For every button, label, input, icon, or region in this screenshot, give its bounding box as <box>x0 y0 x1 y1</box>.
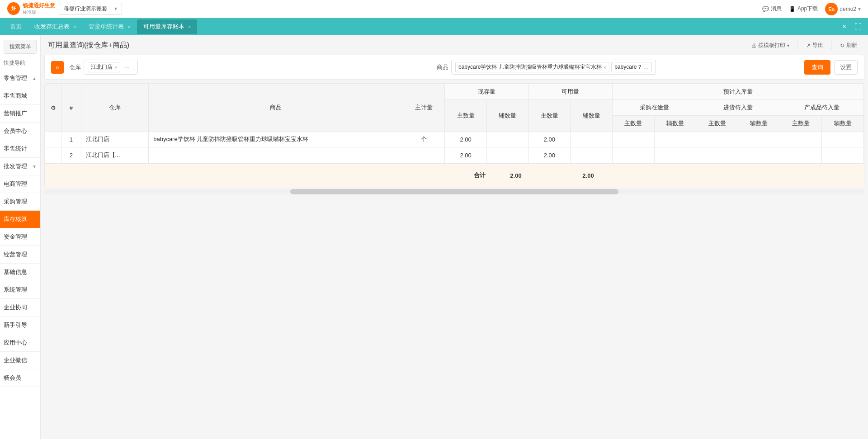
search-menu-button[interactable]: 搜索菜单 <box>4 40 37 54</box>
sidebar-item-marketing[interactable]: 营销推广 <box>0 105 40 123</box>
cell-warehouse: 江北门店【... <box>81 147 149 163</box>
sidebar-item-finance-mgmt[interactable]: 资金管理 <box>0 228 40 246</box>
tab-goods-stats-close[interactable]: × <box>127 24 130 29</box>
user-chevron-icon: ▾ <box>858 6 861 12</box>
sidebar-item-basic-info[interactable]: 基础信息 <box>0 264 40 281</box>
cell-warehouse: 江北门店 <box>81 132 149 147</box>
warehouse-dots[interactable]: ··· <box>122 64 131 71</box>
tab-home[interactable]: 首页 <box>4 19 28 34</box>
refresh-button[interactable]: ↻ 刷新 <box>836 40 861 51</box>
th-current-main-qty: 主数量 <box>445 100 487 132</box>
cell-seq: 2 <box>61 147 81 163</box>
cell-main-unit: 个 <box>403 132 445 147</box>
sidebar-item-stock-check[interactable]: 库存核算 <box>0 211 40 228</box>
tab-available-stock-close[interactable]: × <box>188 24 191 29</box>
cell-available-aux-qty <box>571 147 613 163</box>
nav-tabs: 首页 收发存汇总表 × 要货单统计表 × 可用量库存账本 × × ⛶ <box>0 18 868 35</box>
app-download-button[interactable]: 📱 App下载 <box>789 5 818 13</box>
filter-bar: » 仓库 江北门店 × ··· 商品 babycare学饮杯 儿童防摔防撞吸管杯… <box>44 55 864 80</box>
print-chevron-icon: ▾ <box>787 43 789 48</box>
export-button[interactable]: ↗ 导出 <box>802 40 827 51</box>
sidebar-item-enterprise-wechat[interactable]: 企业微信 <box>0 352 40 369</box>
th-settings[interactable]: ⚙ <box>45 84 61 132</box>
industry-label: 母婴行业演示账套 <box>64 5 107 13</box>
sidebar-item-operation-mgmt[interactable]: 经营管理 <box>0 246 40 264</box>
tab-available-stock-label: 可用量库存账本 <box>143 23 184 31</box>
sidebar-item-zero-sales-stats[interactable]: 零售统计 <box>0 140 40 158</box>
table-row[interactable]: 2 江北门店【... 2.00 2.00 <box>45 147 864 163</box>
print-template-button[interactable]: 🖨 按模板打印 ▾ <box>747 40 793 51</box>
warehouse-filter-input[interactable]: 江北门店 × ··· <box>84 60 138 75</box>
sidebar-item-enterprise-wechat-label: 企业微信 <box>4 356 27 364</box>
app-download-label: App下载 <box>797 5 818 13</box>
th-seq: # <box>61 84 81 132</box>
goods-tag-1-close[interactable]: × <box>604 65 606 70</box>
tab-goods-stats[interactable]: 要货单统计表 × <box>82 19 137 34</box>
arrow-icon: ▲ <box>32 76 37 81</box>
user-profile[interactable]: Ea demo2 ▾ <box>825 3 861 15</box>
sidebar-item-basic-info-label: 基础信息 <box>4 268 27 276</box>
sidebar-item-zero-sales-mgmt[interactable]: 零售管理 ▲ <box>0 70 40 87</box>
th-products-inbound-group: 产成品待入量 <box>780 100 863 116</box>
top-bar-right: 💬 消息 📱 App下载 Ea demo2 ▾ <box>762 3 861 15</box>
sidebar-item-zero-sales-mall-label: 零售商城 <box>4 92 27 100</box>
sidebar-item-zero-sales-mall[interactable]: 零售商城 <box>0 87 40 105</box>
top-bar-left: 好 畅捷通好生意 标准版 母婴行业演示账套 ▾ <box>7 2 122 15</box>
industry-selector[interactable]: 母婴行业演示账套 ▾ <box>59 3 122 15</box>
sidebar-item-vip-member[interactable]: 畅会员 <box>0 369 40 387</box>
goods-filter-input[interactable]: babycare学饮杯 儿童防摔防撞吸管杯重力球吸嘴杯宝宝水杯 × babyca… <box>451 60 656 75</box>
sidebar-search-area: 搜索菜单 <box>0 35 40 57</box>
table-container: ⚙ # 仓库 商品 主计量 现存量 可用量 预计入库量 主数量 辅数量 主数量 … <box>44 83 864 187</box>
th-forecast-inbound-group: 预计入库量 <box>612 84 863 100</box>
tab-receivable-close[interactable]: × <box>73 24 76 29</box>
table-scrollbar[interactable] <box>44 189 864 194</box>
th-current-aux-qty: 辅数量 <box>486 100 528 132</box>
sidebar-item-marketing-label: 营销推广 <box>4 109 27 118</box>
tab-receivable[interactable]: 收发存汇总表 × <box>28 19 82 34</box>
query-button[interactable]: 查询 <box>804 60 830 75</box>
cell-seq: 1 <box>61 132 81 147</box>
sidebar-item-new-guide[interactable]: 新手引导 <box>0 316 40 334</box>
print-icon: 🖨 <box>751 42 756 49</box>
sidebar-item-enterprise-collab-label: 企业协同 <box>4 303 27 312</box>
sidebar-item-purchase-mgmt-label: 采购管理 <box>4 198 27 206</box>
username: demo2 <box>840 6 856 12</box>
sidebar-item-app-center[interactable]: 应用中心 <box>0 334 40 352</box>
arrow-icon-wholesale: ▼ <box>32 164 37 169</box>
filter-expand-button[interactable]: » <box>51 61 64 74</box>
cell-available-main-qty: 2.00 <box>528 132 571 147</box>
logo-sub: 标准版 <box>23 9 55 15</box>
cell-products-inbound-main <box>780 147 822 163</box>
message-button[interactable]: 💬 消息 <box>762 5 782 13</box>
footer-available-main-qty: 2.00 <box>570 168 606 183</box>
cell-goods-inbound-aux <box>738 132 780 147</box>
sidebar-item-system-mgmt-label: 系统管理 <box>4 286 27 294</box>
sidebar-item-zero-sales-stats-label: 零售统计 <box>4 145 27 153</box>
logo-icon: 好 <box>7 2 20 15</box>
th-products-inbound-aux: 辅数量 <box>822 116 864 132</box>
sidebar-item-ecommerce-mgmt[interactable]: 电商管理 <box>0 175 40 193</box>
sidebar-item-new-guide-label: 新手引导 <box>4 321 27 329</box>
sidebar-item-member-center[interactable]: 会员中心 <box>0 123 40 140</box>
fullscreen-button[interactable]: ⛶ <box>852 22 864 32</box>
sidebar-quick-nav[interactable]: 快捷导航 <box>0 57 40 70</box>
nav-window-buttons: × ⛶ <box>840 22 864 32</box>
warehouse-tag-close[interactable]: × <box>114 65 117 70</box>
cell-purchase-transit-main <box>612 147 654 163</box>
sidebar-item-enterprise-collab[interactable]: 企业协同 <box>0 299 40 316</box>
sidebar-item-wholesale-mgmt[interactable]: 批发管理 ▼ <box>0 158 40 175</box>
sidebar-item-system-mgmt[interactable]: 系统管理 <box>0 281 40 299</box>
th-products-inbound-main: 主数量 <box>780 116 822 132</box>
cell-goods-inbound-main <box>696 147 738 163</box>
th-purchase-transit-main: 主数量 <box>612 116 654 132</box>
tab-available-stock[interactable]: 可用量库存账本 × <box>137 19 197 34</box>
sidebar-item-purchase-mgmt[interactable]: 采购管理 <box>0 193 40 211</box>
goods-tag-2-suffix: ... <box>644 64 649 71</box>
cell-purchase-transit-aux <box>654 132 696 147</box>
settings-button[interactable]: 设置 <box>834 60 858 75</box>
table-footer: 合计 2.00 2.00 <box>45 163 864 187</box>
goods-tag-2-value: babycare？ <box>614 63 642 71</box>
close-all-tabs-button[interactable]: × <box>840 22 849 32</box>
table-row[interactable]: 1 江北门店 babycare学饮杯 儿童防摔防撞吸管杯重力球吸嘴杯宝宝水杯 个… <box>45 132 864 147</box>
table-scrollbar-thumb[interactable] <box>290 189 618 194</box>
